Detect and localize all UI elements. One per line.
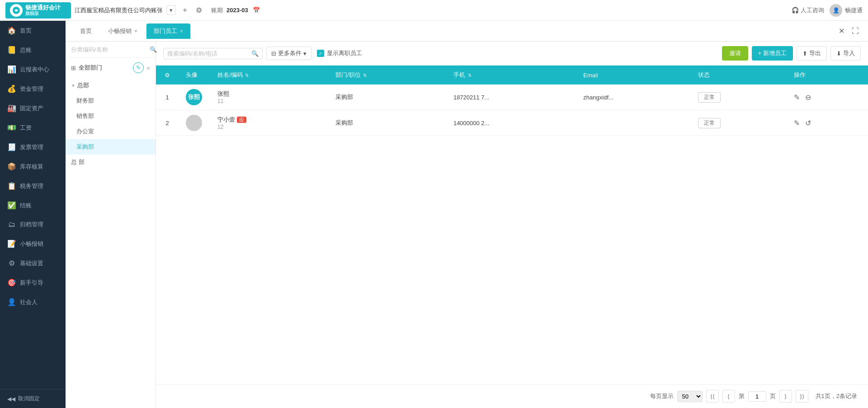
tab-dept[interactable]: 部门员工 × xyxy=(146,23,190,39)
sidebar-item-staff[interactable]: 👤 社会人 xyxy=(0,292,66,312)
add-company-btn[interactable]: ＋ xyxy=(179,4,190,17)
sort-name-icon: ⇅ xyxy=(245,73,249,78)
tab-fullscreen-btn[interactable]: ⛶ xyxy=(850,25,861,37)
sidebar-item-tax[interactable]: 📋 税务管理 xyxy=(0,176,66,196)
th-dept[interactable]: 部门/职位 ⇅ xyxy=(328,66,446,84)
tab-close-all-btn[interactable]: ✕ xyxy=(837,25,846,37)
edit-btn[interactable]: ✎ xyxy=(794,93,800,102)
prev-page-btn[interactable]: ⟨ xyxy=(722,390,735,403)
collapse-btn[interactable]: « xyxy=(146,64,150,71)
edit-btn[interactable]: ✎ xyxy=(794,119,800,127)
cell-status: 正常 xyxy=(691,84,786,110)
chevron-down-icon: ▾ xyxy=(303,50,307,57)
pagination-bar: 每页显示 50 100 200 ⟨⟨ ⟨ 第 页 ⟩ ⟩⟩ 共1页，2条记录 xyxy=(156,384,868,408)
sidebar-item-home[interactable]: 🏠 首页 xyxy=(0,21,66,40)
add-emp-btn[interactable]: + 新增员工 xyxy=(752,46,793,61)
resigned-checkbox[interactable]: ✓ xyxy=(317,50,324,57)
sidebar-item-guide[interactable]: 🎯 新手引导 xyxy=(0,273,66,292)
cell-seq: 2 xyxy=(156,110,179,136)
sidebar-item-xiaochang[interactable]: 📝 小畅报销 xyxy=(0,234,66,253)
logo-icon xyxy=(10,4,23,17)
dept-item-finance[interactable]: 财务部 xyxy=(66,93,156,108)
dept-item-purchase[interactable]: 采购部 xyxy=(66,139,156,155)
dept-group-label-headquarters[interactable]: ▼ 总部 xyxy=(66,78,156,93)
tab-xiaochang[interactable]: 小畅报销 × xyxy=(101,23,145,39)
th-phone[interactable]: 手机 ⇅ xyxy=(446,66,576,84)
cell-avatar: 张熙 xyxy=(179,84,210,110)
sidebar-item-close[interactable]: ✅ 结账 xyxy=(0,196,66,215)
toolbar: 🔍 ⊟ 更多条件 ▾ ✓ 显示离职员工 邀请 + 新增员工 xyxy=(156,42,868,66)
sidebar-label-xiaochang: 小畅报销 xyxy=(20,240,43,248)
first-page-btn[interactable]: ⟨⟨ xyxy=(706,390,719,403)
sidebar-label-inventory: 库存核算 xyxy=(20,163,43,171)
avatar-icon: 👤 xyxy=(833,7,840,14)
dept-item-zongbu[interactable]: 总 部 xyxy=(66,155,156,170)
period-label: 账期 xyxy=(211,6,223,14)
per-page-select[interactable]: 50 100 200 xyxy=(677,391,703,402)
tab-home-label: 首页 xyxy=(80,27,92,35)
emp-search-icon[interactable]: 🔍 xyxy=(251,50,259,57)
all-dept-label: 全部部门 xyxy=(79,64,102,72)
tab-xiaochang-close[interactable]: × xyxy=(134,28,137,34)
dept-group-headquarters: ▼ 总部 财务部 销售部 办公室 采购部 xyxy=(66,78,156,155)
import-icon: ⬇ xyxy=(836,50,841,57)
emp-search-input[interactable] xyxy=(167,50,249,57)
cell-avatar xyxy=(179,110,210,136)
more-filters-btn[interactable]: ⊟ 更多条件 ▾ xyxy=(266,47,311,60)
settings-btn[interactable]: ⚙ xyxy=(194,4,204,16)
export-btn[interactable]: ⬆ 导出 xyxy=(797,46,827,61)
tab-home[interactable]: 首页 xyxy=(73,23,99,39)
service-btn[interactable]: 🎧 人工咨询 xyxy=(792,6,824,14)
sidebar-item-inventory[interactable]: 📦 库存核算 xyxy=(0,157,66,176)
cancel-fixed-btn[interactable]: ◀◀ 取消固定 xyxy=(0,389,66,408)
sidebar-label-reports: 云报表中心 xyxy=(20,66,49,74)
last-page-btn[interactable]: ⟩⟩ xyxy=(796,390,808,403)
import-btn[interactable]: ⬇ 导入 xyxy=(830,46,861,61)
restore-icon: ↺ xyxy=(805,119,811,127)
sidebar-item-reports[interactable]: 📊 云报表中心 xyxy=(0,60,66,79)
sidebar-item-salary[interactable]: 💵 工资 xyxy=(0,118,66,137)
all-dept-btn[interactable]: ⊞ 全部部门 xyxy=(71,64,130,72)
expense-icon: 📝 xyxy=(7,239,16,248)
sidebar-label-home: 首页 xyxy=(20,27,32,35)
sidebar-item-assets[interactable]: 🏭 固定资产 xyxy=(0,98,66,118)
invite-btn[interactable]: 邀请 xyxy=(722,46,748,61)
ledger-icon: 📒 xyxy=(7,46,16,54)
tab-dept-label: 部门员工 xyxy=(154,27,177,35)
sidebar-item-funds[interactable]: 💰 资金管理 xyxy=(0,79,66,98)
funds-icon: 💰 xyxy=(7,84,16,93)
sidebar-item-invoice[interactable]: 🧾 发票管理 xyxy=(0,137,66,157)
cell-phone: 14000000 2... xyxy=(446,110,576,136)
company-name: 江西服宝精品有限责任公司内账张 xyxy=(75,6,163,14)
status-badge: 正常 xyxy=(698,92,721,103)
service-label: 人工咨询 xyxy=(801,6,824,14)
show-resigned-toggle[interactable]: ✓ 显示离职员工 xyxy=(317,49,362,57)
th-settings[interactable]: ⚙ xyxy=(156,66,179,84)
dept-header: ⊞ 全部部门 ✎ « xyxy=(66,58,156,78)
dept-edit-btn[interactable]: ✎ xyxy=(133,62,144,73)
invoice-icon: 🧾 xyxy=(7,143,16,151)
arrow-icon: ▼ xyxy=(71,83,75,88)
dept-item-office[interactable]: 办公室 xyxy=(66,124,156,139)
sidebar-item-archive[interactable]: 🗂 归档管理 xyxy=(0,215,66,234)
user-area[interactable]: 👤 畅捷通 xyxy=(830,4,863,17)
tab-dept-close[interactable]: × xyxy=(180,28,183,34)
status-badge: 正常 xyxy=(698,118,721,128)
emp-code: 12 xyxy=(217,124,321,130)
content-area: 首页 小畅报销 × 部门员工 × ✕ ⛶ 🔍 xyxy=(66,21,868,408)
disable-btn[interactable]: ⊖ xyxy=(805,93,811,102)
cell-dept: 采购部 xyxy=(328,84,446,110)
dept-item-sales[interactable]: 销售部 xyxy=(66,108,156,124)
restore-btn[interactable]: ↺ xyxy=(805,119,811,127)
avatar xyxy=(186,115,202,131)
company-dropdown-btn[interactable]: ▾ xyxy=(166,5,176,15)
th-name[interactable]: 姓名/编码 ⇅ xyxy=(210,66,328,84)
dept-search-input[interactable] xyxy=(71,46,147,53)
sidebar-item-basic[interactable]: ⚙ 基础设置 xyxy=(0,253,66,273)
calendar-icon[interactable]: 📅 xyxy=(253,7,260,14)
page-suffix: 页 xyxy=(770,392,776,400)
sidebar-item-general[interactable]: 📒 总账 xyxy=(0,40,66,60)
page-input[interactable] xyxy=(748,391,766,402)
next-page-btn[interactable]: ⟩ xyxy=(779,390,792,403)
avatar: 张熙 xyxy=(186,89,202,105)
